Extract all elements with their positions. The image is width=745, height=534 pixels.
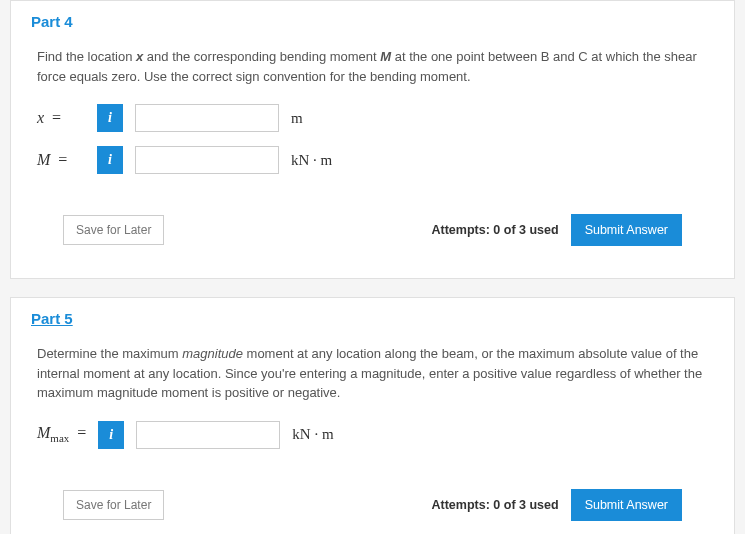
part-4-prompt: Find the location x and the correspondin…	[37, 47, 708, 86]
attempts-text: Attempts: 0 of 3 used	[432, 223, 559, 237]
M-input[interactable]	[135, 146, 279, 174]
part-4-header: Part 4	[11, 1, 734, 37]
input-row-M: M = i kN · m	[37, 146, 708, 174]
prompt-segment: Find the location	[37, 49, 136, 64]
part-5-footer: Save for Later Attempts: 0 of 3 used Sub…	[37, 473, 708, 535]
var-label-Mmax: Mmax =	[37, 424, 86, 444]
var-label-M: M =	[37, 151, 85, 169]
equals-sign: =	[48, 109, 61, 126]
part-5-header: Part 5	[11, 298, 734, 334]
part-4-panel: Part 4 Find the location x and the corre…	[10, 0, 735, 279]
var-subscript: max	[50, 433, 69, 445]
part-5-prompt: Determine the maximum magnitude moment a…	[37, 344, 708, 403]
footer-right-group: Attempts: 0 of 3 used Submit Answer	[432, 214, 682, 246]
var-symbol: x	[37, 109, 44, 126]
part-4-footer: Save for Later Attempts: 0 of 3 used Sub…	[37, 198, 708, 262]
attempts-text: Attempts: 0 of 3 used	[432, 498, 559, 512]
input-row-Mmax: Mmax = i kN · m	[37, 421, 708, 449]
part-5-panel: Part 5 Determine the maximum magnitude m…	[10, 297, 735, 534]
info-icon[interactable]: i	[97, 146, 123, 174]
equals-sign: =	[73, 424, 86, 441]
part-4-body: Find the location x and the correspondin…	[11, 37, 734, 278]
footer-right-group: Attempts: 0 of 3 used Submit Answer	[432, 489, 682, 521]
part-4-title: Part 4	[31, 13, 73, 30]
info-icon[interactable]: i	[97, 104, 123, 132]
prompt-var-M: M	[380, 49, 391, 64]
input-row-x: x = i m	[37, 104, 708, 132]
save-for-later-button[interactable]: Save for Later	[63, 215, 164, 245]
prompt-em-magnitude: magnitude	[182, 346, 243, 361]
prompt-segment: and the corresponding bending moment	[143, 49, 380, 64]
prompt-segment: Determine the maximum	[37, 346, 182, 361]
save-for-later-button[interactable]: Save for Later	[63, 490, 164, 520]
submit-answer-button[interactable]: Submit Answer	[571, 489, 682, 521]
submit-answer-button[interactable]: Submit Answer	[571, 214, 682, 246]
var-symbol: M	[37, 151, 50, 168]
Mmax-input[interactable]	[136, 421, 280, 449]
x-input[interactable]	[135, 104, 279, 132]
part-5-title[interactable]: Part 5	[31, 310, 73, 327]
part-5-body: Determine the maximum magnitude moment a…	[11, 334, 734, 534]
var-symbol: M	[37, 424, 50, 441]
var-label-x: x =	[37, 109, 85, 127]
unit-kNm: kN · m	[291, 152, 332, 169]
unit-kNm: kN · m	[292, 426, 333, 443]
info-icon[interactable]: i	[98, 421, 124, 449]
unit-m: m	[291, 110, 303, 127]
equals-sign: =	[54, 151, 67, 168]
